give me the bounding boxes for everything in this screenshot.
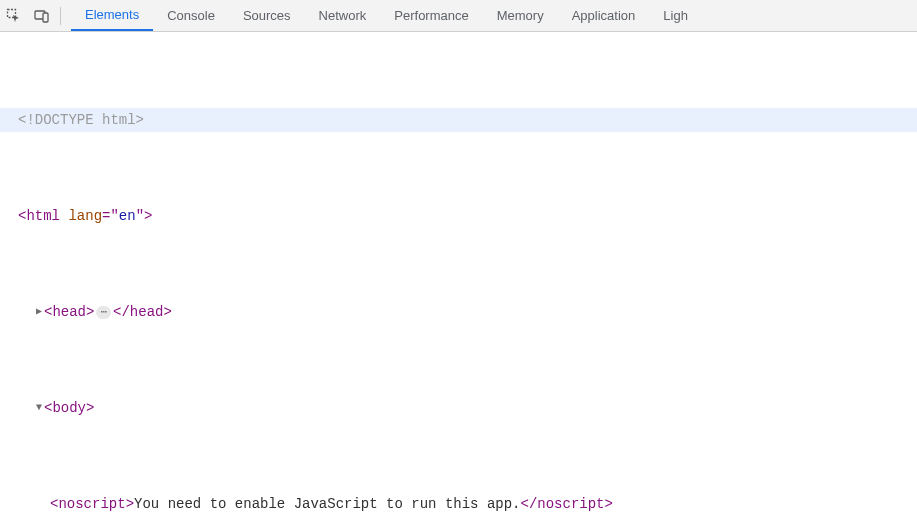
tab-overflow[interactable]: Ligh [649,0,702,31]
inspect-element-icon[interactable] [0,2,28,30]
dom-head[interactable]: <head>⋯</head> [0,300,917,324]
svg-rect-2 [43,13,48,22]
dom-noscript[interactable]: <noscript>You need to enable JavaScript … [0,492,917,516]
toolbar-separator [60,7,61,25]
dom-html-open[interactable]: <html lang="en"> [0,204,917,228]
panel-tabs: Elements Console Sources Network Perform… [71,0,702,31]
collapse-toggle-icon[interactable] [34,396,44,420]
dom-doctype[interactable]: <!DOCTYPE html> [0,108,917,132]
tab-memory[interactable]: Memory [483,0,558,31]
tab-application[interactable]: Application [558,0,650,31]
expand-toggle-icon[interactable] [34,300,44,324]
elements-dom-tree[interactable]: <!DOCTYPE html> <html lang="en"> <head>⋯… [0,32,917,530]
tab-network[interactable]: Network [305,0,381,31]
device-toolbar-icon[interactable] [28,2,56,30]
ellipsis-icon[interactable]: ⋯ [96,306,111,319]
tab-performance[interactable]: Performance [380,0,482,31]
tab-elements[interactable]: Elements [71,0,153,31]
dom-body-open[interactable]: <body> [0,396,917,420]
tab-console[interactable]: Console [153,0,229,31]
devtools-toolbar: Elements Console Sources Network Perform… [0,0,917,32]
tab-sources[interactable]: Sources [229,0,305,31]
